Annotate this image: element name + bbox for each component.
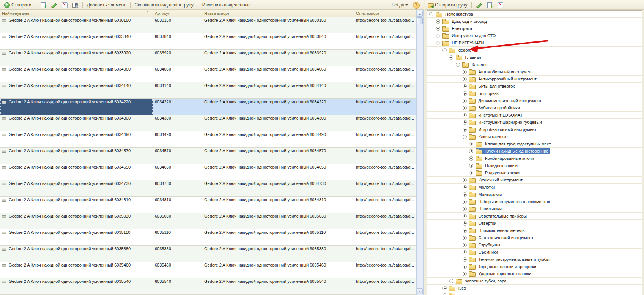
cell-import-name[interactable]: Gedore 2 A Ключ накидной односторонний у… <box>202 164 354 180</box>
cell-import-desc[interactable]: http://gedore-tool.ru/catalog/d... <box>354 66 416 82</box>
tree-item-антикоррозийный-инструмент[interactable]: Антикоррозийный инструмент <box>427 76 642 83</box>
tree-item-juco[interactable]: juco <box>427 285 642 292</box>
tree-item-запасные-губки-пара[interactable]: запасные губки, пара <box>427 278 642 285</box>
cell-article[interactable]: 6033840 <box>153 33 202 49</box>
cell-import-name[interactable]: Gedore 2 A Ключ накидной односторонний у… <box>202 229 354 245</box>
cell-import-name[interactable]: Gedore 2 A Ключ накидной односторонний у… <box>202 82 354 98</box>
cell-article[interactable]: 6035540 <box>153 278 202 294</box>
expand-plus-icon[interactable] <box>436 19 440 24</box>
column-header-article[interactable]: Артикул <box>153 10 202 17</box>
table-row[interactable]: Gedore 2 A Ключ накидной односторонний у… <box>0 213 416 229</box>
cell-import-desc[interactable]: http://gedore-tool.ru/catalog/d... <box>354 33 416 49</box>
tree-item-комбинированные-ключи[interactable]: Комбинированные ключи <box>427 155 642 162</box>
tree-item-каталог[interactable]: Каталог <box>427 61 642 68</box>
tree-item-ударные-торцевые-головки[interactable]: Ударные торцевые головки <box>427 270 642 278</box>
tree-item-осветительные-приборы[interactable]: Осветительные приборы <box>427 213 642 220</box>
panel-splitter[interactable] <box>424 0 425 295</box>
cell-import-name[interactable]: Gedore 2 A Ключ накидной односторонний у… <box>202 262 354 278</box>
tree-item-главная[interactable]: Главная <box>427 54 642 61</box>
copy-item-button[interactable] <box>39 1 48 9</box>
tree-item-ключи-накидные-односторонние[interactable]: Ключи накидные односторонние <box>427 148 642 155</box>
expand-plus-icon[interactable] <box>463 207 467 211</box>
expand-plus-icon[interactable] <box>463 128 467 132</box>
table-row[interactable]: Gedore 2 A Ключ накидной односторонний у… <box>0 148 416 164</box>
tree-item-съемники[interactable]: Съемники <box>427 249 642 256</box>
tree-item-автомобильный-инструмент[interactable]: Автомобильный инструмент <box>427 68 642 76</box>
table-row[interactable]: Gedore 2 A Ключ накидной односторонний у… <box>0 278 416 295</box>
cell-name[interactable]: Gedore 2 A Ключ накидной односторонний у… <box>0 131 153 147</box>
collapse-minus-icon[interactable] <box>449 55 453 60</box>
expand-plus-icon[interactable] <box>469 171 473 175</box>
tree-item-gedore[interactable]: gedore <box>427 47 642 54</box>
cell-name[interactable]: Gedore 2 A Ключ накидной односторонний у… <box>0 246 153 262</box>
delete-item-button[interactable] <box>60 1 69 9</box>
tree-item-молотки[interactable]: Молотки <box>427 184 642 191</box>
table-row[interactable]: Gedore 2 A Ключ накидной односторонний у… <box>0 229 416 246</box>
tree-item-болторезы[interactable]: Болторезы <box>427 90 642 97</box>
tree-item-ключи-гаечные[interactable]: Ключи гаечные <box>427 133 642 140</box>
cell-import-desc[interactable]: http://gedore-tool.ru/catalog/d... <box>354 278 416 294</box>
cell-name[interactable]: Gedore 2 A Ключ накидной односторонний у… <box>0 99 153 115</box>
expand-plus-icon[interactable] <box>463 229 467 233</box>
cell-article[interactable]: 6033920 <box>153 50 202 66</box>
tree-item-дом-сад-и-огород[interactable]: Дом, сад и огород <box>427 18 642 25</box>
tree-item-инструмент-losomat[interactable]: Инструмент LOSOMAT <box>427 112 642 119</box>
expand-plus-icon[interactable] <box>463 214 467 218</box>
expand-plus-icon[interactable] <box>436 34 440 38</box>
column-header-name[interactable]: Найменування <box>0 10 153 17</box>
cell-import-name[interactable]: Gedore 2 A Ключ накидной односторонний у… <box>202 99 354 115</box>
tree-item-наборы-инструментов-в-ложементах[interactable]: Наборы инструментов в ложементах <box>427 198 642 205</box>
cell-import-desc[interactable]: http://gedore-tool.ru/catalog/d... <box>354 197 416 213</box>
expand-plus-icon[interactable] <box>469 164 473 168</box>
collapse-minus-icon[interactable] <box>429 12 433 16</box>
tree-item-зубила-и-пробойники[interactable]: Зубила и пробойники <box>427 104 642 112</box>
barcode-search-button[interactable] <box>71 1 80 9</box>
cell-import-name[interactable]: Gedore 2 A Ключ накидной односторонний у… <box>202 50 354 66</box>
copy-selected-to-group-button[interactable]: Скопіювати виділені в групу <box>133 2 195 8</box>
tree-item-напильники[interactable]: Напильники <box>427 205 642 213</box>
table-row[interactable]: Gedore 2 A Ключ накидной односторонний у… <box>0 246 416 262</box>
table-vertical-scrollbar[interactable]: ▲ ▼ <box>416 10 424 295</box>
expand-plus-icon[interactable] <box>442 293 447 295</box>
expand-plus-icon[interactable] <box>463 113 467 117</box>
scroll-down-button[interactable]: ▼ <box>417 288 423 294</box>
tree-item-partial[interactable] <box>427 292 642 295</box>
selected-tree-item[interactable]: Ключи накидные односторонние <box>476 148 550 154</box>
cell-name[interactable]: Gedore 2 A Ключ накидной односторонний у… <box>0 197 153 213</box>
cell-name[interactable]: Gedore 2 A Ключ накидной односторонний у… <box>0 213 153 229</box>
table-row[interactable]: Gedore 2 A Ключ накидной односторонний у… <box>0 66 416 82</box>
cell-import-desc[interactable]: http://gedore-tool.ru/catalog/d... <box>354 262 416 278</box>
table-row[interactable]: Gedore 2 A Ключ накидной односторонний у… <box>0 164 416 180</box>
cell-import-desc[interactable]: http://gedore-tool.ru/catalog/d... <box>354 148 416 164</box>
leaf-circle-icon[interactable] <box>449 279 453 283</box>
edit-group-button[interactable] <box>474 1 483 9</box>
collapse-minus-icon[interactable] <box>442 48 447 52</box>
cell-article[interactable]: 6035380 <box>153 246 202 262</box>
collapse-minus-icon[interactable] <box>463 135 467 139</box>
cell-name[interactable]: Gedore 2 A Ключ накидной односторонний у… <box>0 229 153 245</box>
expand-plus-icon[interactable] <box>463 91 467 96</box>
expand-plus-icon[interactable] <box>469 142 473 146</box>
column-header-import-desc[interactable]: Опис імпорт <box>354 10 416 17</box>
cell-name[interactable]: Gedore 2 A Ключ накидной односторонний у… <box>0 180 153 196</box>
cell-import-desc[interactable]: http://gedore-tool.ru/catalog/d... <box>354 99 416 115</box>
table-row[interactable]: Gedore 2 A Ключ накидной односторонний у… <box>0 33 416 50</box>
cell-article[interactable]: 6034490 <box>153 131 202 147</box>
expand-plus-icon[interactable] <box>436 27 440 31</box>
cell-name[interactable]: Gedore 2 A Ключ накидной односторонний у… <box>0 17 153 33</box>
cell-article[interactable]: 6034730 <box>153 180 202 196</box>
cell-import-name[interactable]: Gedore 2 A Ключ накидной односторонний у… <box>202 148 354 164</box>
cell-name[interactable]: Gedore 2 A Ключ накидной односторонний у… <box>0 164 153 180</box>
tree-item-искробезопасный-инструмент[interactable]: Искробезопасный инструмент <box>427 126 642 133</box>
create-button[interactable]: Створити <box>2 1 33 9</box>
table-row[interactable]: Gedore 2 A Ключ накидной односторонний у… <box>0 99 416 115</box>
cell-import-name[interactable]: Gedore 2 A Ключ накидной односторонний у… <box>202 180 354 196</box>
tree-item-монтировки[interactable]: Монтировки <box>427 191 642 198</box>
tree-item-инструменты-для-сто[interactable]: Инструменты для СТО <box>427 32 642 39</box>
edit-item-button[interactable] <box>49 1 58 9</box>
edit-selected-button[interactable]: Изменить выделенные <box>201 2 252 8</box>
expand-plus-icon[interactable] <box>463 192 467 197</box>
cell-article[interactable]: 6034300 <box>153 115 202 131</box>
tree-item-електрика[interactable]: Електрика <box>427 25 642 32</box>
cell-import-desc[interactable]: http://gedore-tool.ru/catalog/d... <box>354 229 416 245</box>
